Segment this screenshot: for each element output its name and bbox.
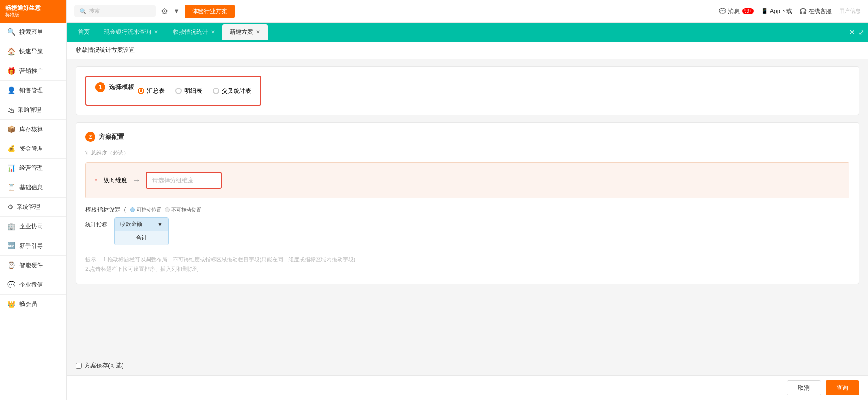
non-draggable-badge: 不可拖动位置 <box>165 207 201 213</box>
sidebar-item-enterprise[interactable]: 🏢 企业协同 <box>0 217 66 236</box>
sidebar-item-finance[interactable]: 💰 资金管理 <box>0 139 66 159</box>
indicator-table-row: 合计 <box>115 231 168 245</box>
topbar: 🔍 搜索 ⚙ ▼ 体验行业方案 💬 消息 99+ 📱 App下载 🎧 在线客服 … <box>67 0 868 23</box>
sidebar-item-guide[interactable]: 🆕 新手引导 <box>0 236 66 256</box>
sidebar-item-hardware[interactable]: ⌚ 智能硬件 <box>0 256 66 275</box>
sidebar-item-inventory[interactable]: 📦 库存核算 <box>0 120 66 139</box>
tab-receipt-stats-close[interactable]: ✕ <box>211 29 215 35</box>
sidebar-item-label: 营销推广 <box>19 67 43 75</box>
wechat-icon: 💬 <box>7 281 16 289</box>
tab-home-label: 首页 <box>78 28 90 36</box>
message-item[interactable]: 💬 消息 99+ <box>719 7 754 15</box>
cancel-button[interactable]: 取消 <box>787 380 821 395</box>
sidebar-item-purchase[interactable]: 🛍 采购管理 <box>0 100 66 120</box>
quick-nav-icon: 🏠 <box>7 47 16 56</box>
member-icon: 👑 <box>7 300 16 308</box>
required-marker: * <box>95 177 97 184</box>
indicator-settings: 模板指标设定（ 可拖动位置 不可拖动位置 统计指标 <box>85 206 849 245</box>
radio-group: 汇总表 明细表 交叉统计表 <box>138 87 251 95</box>
basic-info-icon: 📋 <box>7 184 16 192</box>
dropdown-icon[interactable]: ▼ <box>174 8 179 14</box>
user-info[interactable]: 用户信息 <box>839 7 861 15</box>
indicator-table: 收款金额 ▼ 合计 <box>114 217 169 245</box>
radio-summary-circle <box>138 88 144 94</box>
sidebar-item-sales[interactable]: 👤 销售管理 <box>0 81 66 100</box>
indicator-title: 模板指标设定（ <box>85 206 127 214</box>
topbar-search[interactable]: 🔍 搜索 <box>74 5 156 17</box>
operation-icon: 📊 <box>7 164 16 172</box>
tab-receipt-stats[interactable]: 收款情况统计 ✕ <box>165 24 222 40</box>
indicator-column-sub: 合计 <box>136 235 147 241</box>
dimension-placeholder: 请选择分组维度 <box>152 177 193 184</box>
tab-close-all-icon[interactable]: ✕ <box>849 28 855 37</box>
sidebar-item-marketing[interactable]: 🎁 营销推广 <box>0 61 66 81</box>
content-header: 收款情况统计方案设置 <box>67 42 868 59</box>
inventory-icon: 📦 <box>7 125 16 133</box>
draggable-dot <box>130 207 135 212</box>
save-plan-checkbox[interactable] <box>76 363 82 369</box>
sidebar-item-label: 智能硬件 <box>19 261 43 269</box>
message-label: 消息 <box>728 7 740 15</box>
system-icon: ⚙ <box>7 203 13 211</box>
sidebar-item-search-menu[interactable]: 🔍 搜索菜单 <box>0 23 66 42</box>
step1-box: 1 选择模板 汇总表 明细表 <box>85 76 261 106</box>
non-draggable-label: 不可拖动位置 <box>171 207 201 213</box>
indicator-table-header[interactable]: 收款金额 ▼ <box>115 218 168 231</box>
sidebar-item-quick-nav[interactable]: 🏠 快速导航 <box>0 42 66 61</box>
radio-detail[interactable]: 明细表 <box>175 87 202 95</box>
finance-icon: 💰 <box>7 145 16 153</box>
radio-summary[interactable]: 汇总表 <box>138 87 165 95</box>
sidebar-item-operation[interactable]: 📊 经营管理 <box>0 159 66 178</box>
dimension-select[interactable]: 请选择分组维度 <box>146 172 222 189</box>
tab-home[interactable]: 首页 <box>71 24 97 40</box>
content-body: 1 选择模板 汇总表 明细表 <box>67 59 868 356</box>
radio-cross[interactable]: 交叉统计表 <box>213 87 251 95</box>
sidebar-item-label: 新手引导 <box>19 242 43 250</box>
sidebar-item-label: 基础信息 <box>19 184 43 192</box>
sidebar-item-label: 搜索菜单 <box>19 28 43 36</box>
sidebar-item-basic-info[interactable]: 📋 基础信息 <box>0 178 66 198</box>
dimension-title: 汇总维度（必选） <box>85 150 129 156</box>
tabbar: 首页 现金银行流水查询 ✕ 收款情况统计 ✕ 新建方案 ✕ ✕ ⤢ <box>67 23 868 42</box>
message-icon: 💬 <box>719 8 726 14</box>
sidebar-logo: 畅捷通好生意 标准版 <box>0 0 66 23</box>
purchase-icon: 🛍 <box>7 106 14 114</box>
sidebar: 畅捷通好生意 标准版 🔍 搜索菜单 🏠 快速导航 🎁 营销推广 👤 销售管理 🛍… <box>0 0 67 400</box>
content-footer: 方案保存(可选) <box>67 356 868 375</box>
sidebar-item-system[interactable]: ⚙ 系统管理 <box>0 198 66 217</box>
bottom-action-bar: 取消 查询 <box>67 375 868 400</box>
step2-section: 2 方案配置 汇总维度（必选） * 纵向维度 → 请选择分组维度 <box>76 122 859 284</box>
tab-receipt-stats-label: 收款情况统计 <box>173 28 208 36</box>
sidebar-item-label: 库存核算 <box>19 125 43 133</box>
tab-bank-flow[interactable]: 现金银行流水查询 ✕ <box>97 24 165 40</box>
sidebar-item-wechat[interactable]: 💬 企业微信 <box>0 275 66 295</box>
step1-circle: 1 <box>95 82 105 92</box>
save-plan-checkbox-label[interactable]: 方案保存(可选) <box>76 362 124 370</box>
sidebar-item-label: 系统管理 <box>17 203 40 211</box>
indicator-header: 模板指标设定（ 可拖动位置 不可拖动位置 <box>85 206 849 214</box>
query-button[interactable]: 查询 <box>826 380 859 395</box>
draggable-label: 可拖动位置 <box>137 207 161 213</box>
content-area: 收款情况统计方案设置 1 选择模板 汇总表 <box>67 42 868 400</box>
hardware-icon: ⌚ <box>7 261 16 269</box>
online-service-item[interactable]: 🎧 在线客服 <box>799 7 832 15</box>
app-download-item[interactable]: 📱 App下载 <box>761 7 792 15</box>
main-area: 🔍 搜索 ⚙ ▼ 体验行业方案 💬 消息 99+ 📱 App下载 🎧 在线客服 … <box>67 0 868 400</box>
tab-expand-icon[interactable]: ⤢ <box>859 28 864 37</box>
topbar-right: 💬 消息 99+ 📱 App下载 🎧 在线客服 用户信息 <box>719 7 861 15</box>
tabbar-actions: ✕ ⤢ <box>849 28 864 37</box>
sidebar-item-member[interactable]: 👑 畅会员 <box>0 295 66 314</box>
tab-bank-flow-close[interactable]: ✕ <box>154 29 158 35</box>
tab-new-plan-close[interactable]: ✕ <box>256 29 260 35</box>
app-download-label: App下载 <box>770 7 792 15</box>
indicator-table-area: 统计指标 收款金额 ▼ 合计 <box>85 217 849 245</box>
radio-detail-circle <box>175 88 182 94</box>
search-placeholder-text: 搜索 <box>89 7 100 15</box>
industry-plan-button[interactable]: 体验行业方案 <box>185 5 235 18</box>
page-title: 收款情况统计方案设置 <box>76 47 135 53</box>
tab-new-plan[interactable]: 新建方案 ✕ <box>222 24 268 40</box>
tip-1: 提示： 1.拖动标题栏可以调整布局，不可跨维度或指标区域拖动栏目字段(只能在同一… <box>85 256 849 264</box>
non-draggable-dot <box>165 207 170 212</box>
settings-icon[interactable]: ⚙ <box>161 6 168 16</box>
enterprise-icon: 🏢 <box>7 222 16 231</box>
